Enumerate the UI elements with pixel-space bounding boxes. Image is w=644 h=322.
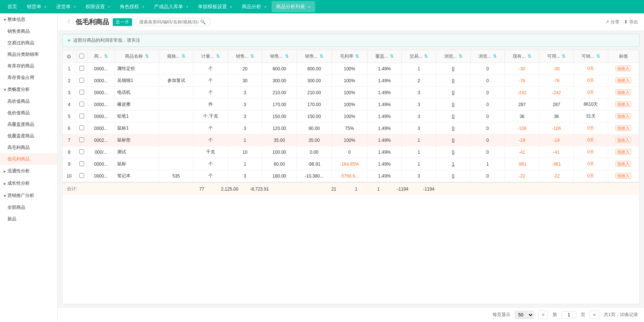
col-code[interactable]: 商... ⇅ [87,50,115,63]
sidebar-collapse-btn[interactable]: 《 [64,17,72,27]
sidebar-item-low-coverage[interactable]: 低覆盖度商品 [0,130,57,142]
nav-permission-close[interactable]: × [108,4,110,9]
nav-goods-list-close[interactable]: × [308,4,310,9]
cell-view1[interactable]: 0 [436,146,470,158]
group-overall[interactable]: ▾ 整体信息 [0,13,57,26]
export-btn[interactable]: ⬆ 导出 [624,19,638,25]
view1-link[interactable]: 0 [452,126,455,131]
col-name[interactable]: 商品名称 ⇅ [115,50,159,63]
sidebar-item-high-margin[interactable]: 高毛利商品 [0,142,57,153]
col-view1[interactable]: 浏览... ⇅ [436,50,470,63]
per-page-select[interactable]: 50 100 [515,311,534,319]
select-all-checkbox[interactable] [79,54,84,58]
sidebar-item-sales-goods[interactable]: 销售类商品 [0,26,57,37]
sidebar-item-low-margin[interactable]: 低毛利商品 [0,153,57,165]
search-icon[interactable]: 🔍 [200,19,206,25]
col-checkbox[interactable] [76,50,87,63]
cell-view1[interactable]: 0 [436,134,470,146]
nav-product-close[interactable]: × [186,4,188,9]
sidebar-item-new-goods[interactable]: 新品 [0,213,57,225]
view1-link[interactable]: 0 [452,173,455,179]
nav-purchase[interactable]: 进货单 × [52,1,80,12]
cell-checkbox[interactable] [76,99,87,111]
row-checkbox[interactable] [79,78,84,83]
sidebar-item-high-value[interactable]: 高价值商品 [0,96,57,107]
nav-home[interactable]: 首页 [3,1,22,12]
cell-checkbox[interactable] [76,63,87,75]
sidebar-item-category-rate[interactable]: 商品分类助销率 [0,49,57,60]
sidebar-item-stock-fund[interactable]: 库存资金占用 [0,72,57,83]
group-畅度[interactable]: ▾ 类畅度分析 [0,83,57,96]
date-tag[interactable]: 近一月 [113,18,132,26]
group-成长[interactable]: ▸ 成长性分析 [0,177,57,189]
row-checkbox[interactable] [79,137,84,142]
cell-checkbox[interactable] [76,146,87,158]
view1-link[interactable]: 0 [452,114,455,119]
col-sale-price[interactable]: 销售... ⇅ [262,50,297,63]
col-coverage[interactable]: 覆盖... ⇅ [367,50,401,63]
row-checkbox[interactable] [79,102,84,106]
row-checkbox[interactable] [79,90,84,95]
row-checkbox[interactable] [79,66,84,71]
row-checkbox[interactable] [79,149,84,154]
col-available[interactable]: 可用... ⇅ [539,50,573,63]
cell-view1[interactable]: 0 [436,87,470,99]
cell-checkbox[interactable] [76,134,87,146]
cell-view1[interactable]: 0 [436,99,470,111]
view1-link[interactable]: 0 [452,90,455,95]
nav-purchase-close[interactable]: × [74,4,76,9]
row-checkbox[interactable] [79,114,84,118]
nav-goods-list[interactable]: 商品分析列表 × [272,1,315,12]
nav-template[interactable]: 单据模板设置 × [193,1,237,12]
view1-link[interactable]: 1 [452,162,455,167]
next-page-btn[interactable]: ＞ [590,310,599,319]
sidebar-item-traded-goods[interactable]: 交易过的商品 [0,37,57,49]
search-input[interactable] [139,19,199,25]
group-营销[interactable]: ▾ 营销推广分析 [0,189,57,202]
group-流通[interactable]: ▸ 流通性分析 [0,165,57,177]
sidebar-item-in-stock[interactable]: 有库存的商品 [0,60,57,72]
cell-view1[interactable]: 0 [436,122,470,134]
cell-checkbox[interactable] [76,170,87,182]
nav-product[interactable]: 产成品入库单 × [150,1,193,12]
cell-checkbox[interactable] [76,87,87,99]
cell-checkbox[interactable] [76,111,87,122]
col-sale-amount[interactable]: 销售... ⇅ [297,50,331,63]
col-unit[interactable]: 计量... ⇅ [193,50,228,63]
cell-checkbox[interactable] [76,158,87,170]
col-sale-qty[interactable]: 销售... ⇅ [228,50,262,63]
row-checkbox[interactable] [79,161,84,166]
nav-role-close[interactable]: × [142,4,144,9]
col-saleable[interactable]: 可销... ⇅ [574,50,608,63]
col-gear[interactable]: ⚙ [63,50,76,63]
view1-link[interactable]: 0 [452,150,455,155]
col-view2[interactable]: 浏览... ⇅ [470,50,504,63]
nav-permission[interactable]: 权限设置 × [81,1,115,12]
gear-icon[interactable]: ⚙ [67,54,71,60]
row-checkbox[interactable] [79,125,84,130]
page-num-input[interactable] [561,311,576,319]
view1-link[interactable]: 0 [452,66,455,71]
sidebar-item-all-goods[interactable]: 全部商品 [0,202,57,213]
cell-view1[interactable]: 0 [436,111,470,122]
share-btn[interactable]: ↗ 分享 [605,19,619,25]
cell-checkbox[interactable] [76,75,87,87]
col-trade[interactable]: 交易... ⇅ [402,50,436,63]
sidebar-item-low-value[interactable]: 低价值商品 [0,107,57,119]
col-spec[interactable]: 规格... ⇅ [159,50,193,63]
cell-view1[interactable]: 0 [436,75,470,87]
nav-role[interactable]: 角色授权 × [115,1,149,12]
cell-view1[interactable]: 1 [436,158,470,170]
sidebar-item-high-coverage[interactable]: 高覆盖度商品 [0,119,57,130]
col-current[interactable]: 现有... ⇅ [505,50,539,63]
nav-sales-close[interactable]: × [44,4,47,9]
view1-link[interactable]: 0 [452,102,455,107]
col-gross-margin[interactable]: 毛利率 ⇅ [332,50,367,63]
nav-goods-analysis[interactable]: 商品分析 × [237,1,271,12]
view1-link[interactable]: 0 [452,78,455,83]
cell-view1[interactable]: 0 [436,63,470,75]
view1-link[interactable]: 0 [452,138,455,143]
cell-checkbox[interactable] [76,122,87,134]
prev-page-btn[interactable]: ＜ [538,310,548,319]
nav-sales[interactable]: 销货单 × [22,1,51,12]
